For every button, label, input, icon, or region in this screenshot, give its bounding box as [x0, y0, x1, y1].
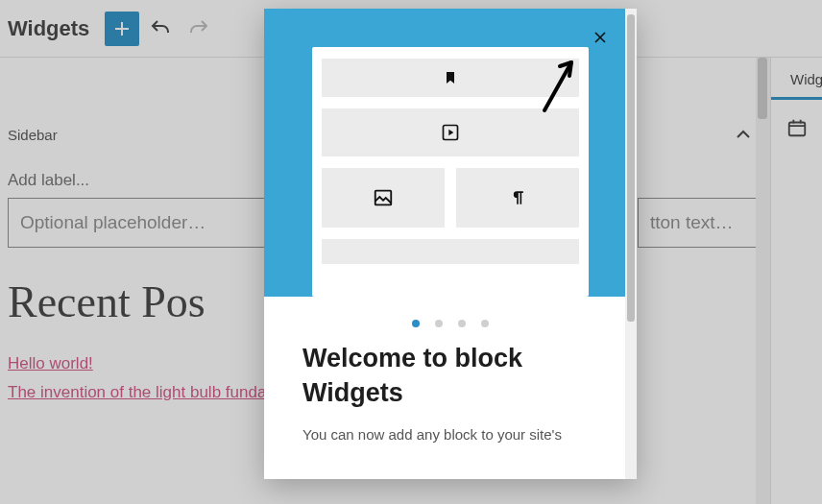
redo-button[interactable] — [181, 12, 216, 46]
redo-icon — [187, 17, 210, 40]
dot[interactable] — [435, 320, 443, 327]
settings-sidebar: Widg — [770, 58, 822, 504]
canvas-scrollbar[interactable] — [756, 58, 770, 504]
welcome-modal: Welcome to block Widgets You can now add… — [264, 9, 637, 479]
scrollbar-thumb[interactable] — [758, 58, 767, 119]
svg-rect-0 — [788, 123, 805, 136]
undo-button[interactable] — [143, 12, 178, 46]
dot[interactable] — [458, 320, 466, 327]
image-icon — [373, 187, 394, 208]
modal-illustration — [264, 9, 637, 297]
modal-text: You can now add any block to your site's — [302, 424, 598, 446]
tab-widget-areas[interactable]: Widg — [771, 58, 822, 100]
widget-area-name: Sidebar — [8, 127, 58, 143]
dot[interactable] — [481, 320, 489, 327]
dot[interactable] — [412, 320, 420, 327]
modal-scrollbar[interactable] — [625, 9, 637, 479]
page-title: Widgets — [8, 16, 89, 41]
play-icon — [441, 123, 460, 142]
button-text-input[interactable]: tton text… — [638, 198, 762, 248]
calendar-icon[interactable] — [786, 117, 808, 138]
plus-icon — [110, 17, 133, 40]
bookmark-icon — [443, 69, 458, 86]
pagination-dots[interactable] — [264, 297, 637, 341]
scrollbar-thumb[interactable] — [627, 14, 635, 322]
close-button[interactable] — [591, 24, 617, 51]
modal-title: Welcome to block Widgets — [302, 341, 598, 411]
paragraph-icon — [508, 187, 527, 208]
undo-icon — [149, 17, 172, 40]
close-icon — [591, 28, 610, 47]
pointer-arrow-icon — [539, 57, 577, 114]
chevron-up-icon — [732, 123, 755, 146]
add-block-button[interactable] — [105, 12, 139, 46]
